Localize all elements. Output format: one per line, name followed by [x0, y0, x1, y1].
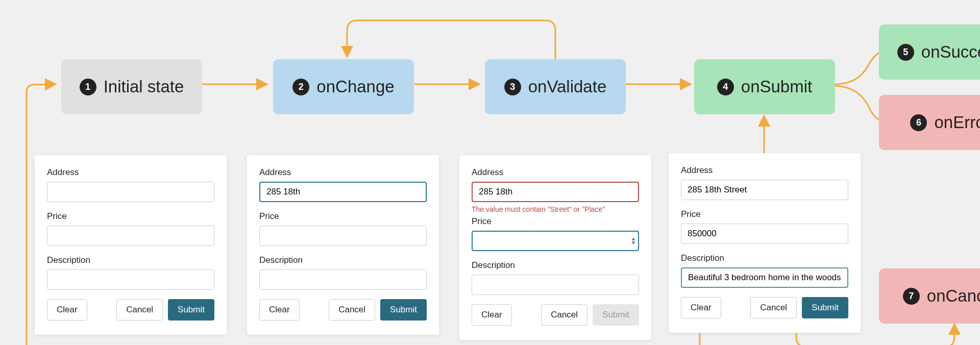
stage-onerror: 6 onError — [879, 95, 980, 150]
badge-2: 2 — [292, 79, 309, 95]
stage-onvalidate: 3 onValidate — [485, 59, 626, 114]
address-input[interactable] — [259, 182, 427, 202]
cancel-button[interactable]: Cancel — [750, 297, 797, 318]
stage-initial: 1 Initial state — [61, 59, 202, 114]
label-description: Description — [681, 253, 848, 263]
stage-onvalidate-label: onValidate — [528, 77, 607, 96]
description-input[interactable] — [259, 269, 427, 290]
stage-onsubmit: 4 onSubmit — [694, 59, 835, 114]
label-description: Description — [47, 255, 214, 265]
description-input[interactable] — [47, 269, 214, 290]
stage-initial-label: Initial state — [104, 77, 184, 96]
stage-onerror-label: onError — [934, 113, 980, 132]
label-price: Price — [47, 211, 214, 221]
address-input[interactable] — [681, 180, 848, 200]
cancel-button[interactable]: Cancel — [541, 304, 587, 326]
stage-onsubmit-label: onSubmit — [741, 77, 812, 96]
clear-button[interactable]: Clear — [681, 297, 721, 318]
clear-button[interactable]: Clear — [259, 299, 300, 321]
label-address: Address — [47, 167, 214, 178]
cancel-button[interactable]: Cancel — [116, 299, 163, 321]
submit-button[interactable]: Submit — [802, 297, 848, 318]
submit-button[interactable]: Submit — [593, 304, 639, 326]
badge-5: 5 — [897, 44, 914, 61]
label-address: Address — [681, 165, 848, 176]
cancel-button[interactable]: Cancel — [329, 299, 375, 321]
form-card-onvalidate: Address The value must contain "Street" … — [459, 155, 651, 340]
stage-onchange: 2 onChange — [273, 59, 414, 114]
address-input[interactable] — [472, 182, 639, 202]
label-address: Address — [472, 167, 639, 178]
form-card-onchange: Address Price Description Clear Cancel S… — [247, 155, 439, 335]
stage-oncancel-label: onCancel — [927, 286, 980, 306]
label-description: Description — [259, 255, 427, 265]
address-error: The value must contain "Street" or "Plac… — [472, 205, 639, 213]
clear-button[interactable]: Clear — [47, 299, 87, 321]
submit-button[interactable]: Submit — [168, 299, 214, 321]
address-input[interactable] — [47, 182, 214, 202]
label-description: Description — [472, 260, 639, 270]
stage-onchange-label: onChange — [316, 77, 394, 96]
description-input[interactable] — [681, 267, 848, 288]
description-input[interactable] — [472, 275, 639, 295]
stage-oncancel: 7 onCancel — [879, 268, 980, 324]
price-input[interactable] — [472, 231, 639, 251]
price-input[interactable] — [47, 226, 214, 246]
badge-4: 4 — [717, 79, 734, 95]
form-card-onsubmit: Address Price Description Clear Cancel S… — [669, 153, 861, 333]
label-price: Price — [472, 216, 639, 227]
label-address: Address — [259, 167, 427, 178]
label-price: Price — [259, 211, 427, 221]
submit-button[interactable]: Submit — [380, 299, 427, 321]
label-price: Price — [681, 209, 848, 219]
stage-onsuccess-label: onSuccess — [921, 42, 980, 62]
badge-3: 3 — [504, 79, 521, 95]
clear-button[interactable]: Clear — [472, 304, 512, 326]
badge-7: 7 — [903, 288, 920, 305]
form-card-initial: Address Price Description Clear Cancel S… — [35, 155, 227, 335]
badge-1: 1 — [80, 79, 96, 95]
badge-6: 6 — [910, 114, 927, 131]
price-input[interactable] — [259, 226, 427, 246]
stage-onsuccess: 5 onSuccess — [879, 24, 980, 80]
price-input[interactable] — [681, 224, 848, 244]
